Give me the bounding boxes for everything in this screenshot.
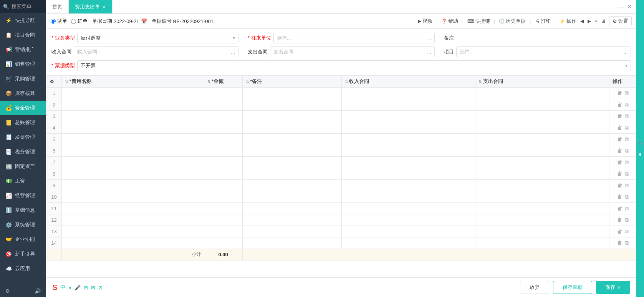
- cell-expense-name-4[interactable]: [62, 122, 204, 134]
- delete-icon-8[interactable]: 🗑: [617, 171, 622, 177]
- nav-right-btn[interactable]: ▶: [588, 18, 591, 24]
- sidebar-item-capital[interactable]: 💰资金管理: [0, 101, 46, 115]
- brand-icon-6[interactable]: ⊠: [98, 285, 103, 290]
- cell-expense-name-1[interactable]: [62, 88, 204, 99]
- help-btn[interactable]: ❓ 帮助: [441, 18, 458, 25]
- cell-notes-14[interactable]: [242, 237, 341, 249]
- delete-icon-5[interactable]: 🗑: [617, 136, 622, 143]
- delete-icon-12[interactable]: 🗑: [617, 217, 622, 223]
- delete-icon-10[interactable]: 🗑: [617, 194, 622, 200]
- cell-expense-contract-8[interactable]: [475, 168, 609, 180]
- cell-expense-name-2[interactable]: [62, 99, 204, 111]
- cell-expense-contract-7[interactable]: [475, 157, 609, 168]
- nav-left-btn[interactable]: ◀: [580, 18, 584, 24]
- delete-icon-14[interactable]: 🗑: [617, 240, 622, 246]
- cell-expense-contract-12[interactable]: [475, 214, 609, 226]
- sidebar-item-invoice[interactable]: 🧾发票管理: [0, 130, 46, 144]
- delete-icon-4[interactable]: 🗑: [617, 124, 622, 131]
- cell-notes-2[interactable]: [242, 99, 341, 111]
- sidebar-item-sales[interactable]: 📊销售管理: [0, 57, 46, 71]
- cell-income-contract-14[interactable]: [341, 237, 475, 249]
- cell-amount-8[interactable]: [204, 168, 242, 180]
- cell-amount-5[interactable]: [204, 134, 242, 145]
- copy-icon-6[interactable]: ⧉: [625, 148, 629, 154]
- delete-icon-7[interactable]: 🗑: [617, 159, 622, 166]
- sidebar-item-purchase[interactable]: 🛒采购管理: [0, 71, 46, 86]
- project-dots[interactable]: ...: [623, 49, 627, 55]
- gear-icon[interactable]: ⚙: [50, 79, 54, 85]
- cell-expense-contract-5[interactable]: [475, 134, 609, 145]
- save-draft-button[interactable]: 保存草稿: [553, 281, 592, 294]
- cell-income-contract-3[interactable]: [341, 111, 475, 122]
- cell-amount-3[interactable]: [204, 111, 242, 122]
- cell-amount-13[interactable]: [204, 226, 242, 237]
- settings-btn[interactable]: ⚙ 设置: [609, 16, 632, 26]
- copy-icon-10[interactable]: ⧉: [625, 194, 629, 200]
- cell-notes-9[interactable]: [242, 180, 341, 191]
- cell-amount-11[interactable]: [204, 203, 242, 214]
- sidebar-item-cloud-apps[interactable]: ☁️云应用: [0, 261, 46, 276]
- view-grid-btn[interactable]: ⊞: [601, 18, 605, 24]
- copy-icon-4[interactable]: ⧉: [625, 124, 629, 131]
- cell-expense-contract-14[interactable]: [475, 237, 609, 249]
- sidebar-item-quick-nav[interactable]: ⚡快捷导航: [0, 13, 46, 28]
- invoice-type-select[interactable]: 不开票 ▾: [77, 60, 631, 71]
- sort-icon-expense-c[interactable]: ⇅: [478, 80, 482, 84]
- cell-notes-1[interactable]: [242, 88, 341, 99]
- sidebar-item-new-guide[interactable]: 🎯新手引导: [0, 247, 46, 261]
- copy-icon-5[interactable]: ⧉: [625, 136, 629, 143]
- brand-icon-4[interactable]: ⊞: [84, 285, 88, 290]
- cell-expense-contract-13[interactable]: [475, 226, 609, 237]
- copy-icon-2[interactable]: ⧉: [625, 101, 629, 108]
- cell-notes-13[interactable]: [242, 226, 341, 237]
- window-close[interactable]: ✕: [627, 3, 632, 10]
- sort-icon-income[interactable]: ⇅: [345, 80, 348, 84]
- discard-button[interactable]: 放弃: [520, 281, 549, 294]
- cell-expense-name-9[interactable]: [62, 180, 204, 191]
- audio-icon[interactable]: 🔊: [35, 288, 41, 294]
- radio-red[interactable]: 红单: [71, 18, 88, 25]
- history-btn[interactable]: 🕐 历史单据: [499, 18, 526, 25]
- right-panel-dot-icon[interactable]: ●: [639, 149, 642, 159]
- cell-expense-name-12[interactable]: [62, 214, 204, 226]
- cell-amount-10[interactable]: [204, 191, 242, 203]
- sidebar-item-operations[interactable]: 📈经营管理: [0, 188, 46, 203]
- settings-icon[interactable]: ⚙: [5, 288, 10, 294]
- expense-contract-dots[interactable]: ...: [427, 49, 431, 55]
- cell-income-contract-11[interactable]: [341, 203, 475, 214]
- operate-btn[interactable]: ⚡ 操作: [560, 18, 576, 25]
- cell-income-contract-2[interactable]: [341, 99, 475, 111]
- window-restore[interactable]: —: [618, 3, 624, 10]
- sidebar-item-project-contract[interactable]: 📋项目合同: [0, 28, 46, 42]
- cell-notes-11[interactable]: [242, 203, 341, 214]
- cell-income-contract-8[interactable]: [341, 168, 475, 180]
- cell-expense-name-5[interactable]: [62, 134, 204, 145]
- cell-expense-name-6[interactable]: [62, 145, 204, 157]
- cell-expense-contract-10[interactable]: [475, 191, 609, 203]
- cell-amount-7[interactable]: [204, 157, 242, 168]
- cell-income-contract-5[interactable]: [341, 134, 475, 145]
- cell-expense-name-10[interactable]: [62, 191, 204, 203]
- cell-expense-name-3[interactable]: [62, 111, 204, 122]
- counterparty-input[interactable]: 选择... ...: [273, 33, 435, 43]
- sort-icon-notes[interactable]: ⇅: [246, 80, 249, 84]
- cell-expense-name-8[interactable]: [62, 168, 204, 180]
- cell-expense-name-13[interactable]: [62, 226, 204, 237]
- delete-icon-3[interactable]: 🗑: [617, 113, 622, 119]
- cell-notes-3[interactable]: [242, 111, 341, 122]
- cell-income-contract-10[interactable]: [341, 191, 475, 203]
- project-input[interactable]: 选择... ...: [456, 46, 631, 57]
- sidebar-item-salary[interactable]: 💵工资: [0, 174, 46, 188]
- cell-income-contract-12[interactable]: [341, 214, 475, 226]
- expense-contract-input[interactable]: 支出合同 ...: [270, 46, 435, 57]
- sort-icon-expense[interactable]: ⇅: [65, 80, 68, 84]
- cell-amount-4[interactable]: [204, 122, 242, 134]
- copy-icon-9[interactable]: ⧉: [625, 182, 629, 189]
- copy-icon-8[interactable]: ⧉: [625, 171, 629, 177]
- calendar-icon[interactable]: 📅: [141, 18, 147, 24]
- delete-icon-11[interactable]: 🗑: [617, 205, 622, 212]
- cell-amount-12[interactable]: [204, 214, 242, 226]
- col-gear[interactable]: ⚙: [46, 76, 62, 88]
- video-btn[interactable]: ▶ 视频: [418, 18, 432, 25]
- counterparty-dots[interactable]: ...: [427, 35, 431, 41]
